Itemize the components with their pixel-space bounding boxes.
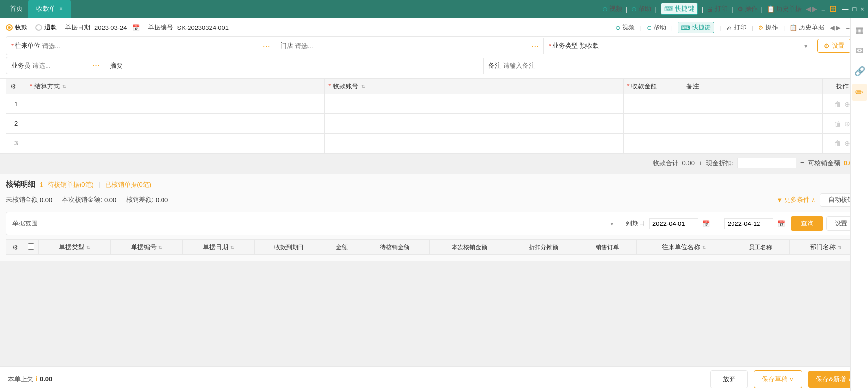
receipt-type-group: 收款 退款 [6,23,57,32]
row-3-amount[interactable] [623,134,682,153]
more-conditions-btn[interactable]: ▼ 更多条件 ∧ [776,196,816,204]
row-2-copy-btn[interactable]: ⊕ [844,120,850,128]
discount-amount-th: 折扣分摊额 [509,240,578,255]
header-video-btn[interactable]: ⊙ 视频 [615,23,635,32]
query-button[interactable]: 查询 [791,216,823,231]
row-1-delete-btn[interactable]: 🗑 [834,100,841,108]
list-view-icon[interactable]: ≡ [821,5,825,13]
sidebar-mail-icon[interactable]: ✉ [853,42,866,59]
row-3-remark[interactable] [682,134,822,153]
table-gear-icon[interactable]: ⚙ [10,83,16,90]
toolbar-right: ⊙ 视频 | ⊙ 帮助 | ⌨ 快捷键 | 🖨 打印 | ⚙ 操作 | 📋 历史… [602,3,837,15]
help-button[interactable]: ⊙ 帮助 [631,4,651,13]
counterparty-input[interactable] [42,42,263,50]
row-3-delete-btn[interactable]: 🗑 [834,140,841,147]
footer-info-icon[interactable]: ℹ [35,375,38,383]
pending-tab[interactable]: 待核销单据(0笔) [48,180,94,189]
nav-left-arrow[interactable]: ◀ [806,5,811,13]
row-2-num: 2 [6,114,26,134]
video-button[interactable]: ⊙ 视频 [602,4,622,13]
header-shortcut-btn[interactable]: ⌨ 快捷键 [678,22,714,33]
row-3-settlement[interactable] [26,134,325,153]
operation-button[interactable]: ⚙ 操作 [737,4,758,13]
verify-gear-th[interactable]: ⚙ [6,240,24,255]
calendar-icon[interactable]: 📅 [132,24,140,31]
sidebar-table-icon[interactable]: ▦ [852,22,867,38]
current-verify-amount: 本次核销金额: 0.00 [62,196,116,204]
row-1-amount[interactable] [623,94,682,114]
row-1-settlement[interactable] [26,94,325,114]
current-verify-label: 本次核销金额: [62,196,102,204]
row-2-account[interactable] [325,114,623,134]
header-nav-right[interactable]: ▶ [836,24,841,31]
current-verify-th: 本次核销金额 [429,240,509,255]
verify-info-icon[interactable]: ℹ [40,181,43,188]
date-from-cal-icon[interactable]: 📅 [702,220,710,227]
row-2-remark[interactable] [682,114,822,134]
row-3-copy-btn[interactable]: ⊕ [844,140,850,147]
date-to-cal-icon[interactable]: 📅 [777,220,785,227]
header-list-icon[interactable]: ≡ [846,24,850,31]
store-more-btn[interactable]: ··· [531,41,539,51]
shortcut-button[interactable]: ⌨ 快捷键 [661,3,698,15]
window-close-button[interactable]: × [860,5,864,13]
header-shortcut-icon: ⌨ [681,24,690,31]
save-draft-arrow: ∨ [789,376,794,383]
business-type-field: * 业务类型 预收款 ▾ [544,38,813,53]
save-draft-button[interactable]: 保存草稿 ∨ [754,370,802,388]
collection-label: 收款 [15,23,27,32]
grid-view-icon[interactable]: ⊞ [829,3,837,14]
number-value: SK-20230324-001 [177,24,229,31]
verify-diff-value: 0.00 [156,196,168,204]
nav-right-arrow[interactable]: ▶ [812,5,817,13]
window-max-button[interactable]: □ [853,5,857,13]
row-2-settlement[interactable] [26,114,325,134]
header-operation-btn[interactable]: ⚙ 操作 [758,23,778,32]
date-to-input[interactable] [724,218,773,229]
table-row: 1 🗑 ⊕ [6,94,862,114]
business-type-arrow[interactable]: ▾ [804,42,808,50]
select-all-checkbox[interactable] [28,243,34,250]
collection-radio[interactable]: 收款 [6,23,27,32]
total-value: 0.00 [682,159,695,167]
row-2-amount[interactable] [623,114,682,134]
summary-input[interactable] [125,62,478,69]
form-row-1: * 往来单位 ··· 门店 ··· * 业务类型 预收款 ▾ ⚙ [6,36,862,55]
receipt-tab[interactable]: 收款单 × [28,0,71,18]
row-1-account[interactable] [325,94,623,114]
doc-range-select[interactable]: ▾ [44,220,614,227]
counterparty-more-btn[interactable]: ··· [263,41,270,51]
abandon-button[interactable]: 放弃 [710,370,748,388]
tab-close-button[interactable]: × [59,5,63,12]
print-button[interactable]: 🖨 打印 [707,4,728,13]
setting-gear-icon: ⚙ [824,42,830,50]
setting-button[interactable]: ⚙ 设置 [817,39,851,53]
home-tab[interactable]: 首页 [4,4,28,13]
discount-input[interactable] [737,158,796,168]
collection-radio-dot [6,24,13,31]
header-help-icon: ⊙ [647,24,652,31]
sidebar-edit-icon[interactable]: ✏ [852,84,867,101]
verify-gear-icon[interactable]: ⚙ [12,244,18,251]
header-nav-left[interactable]: ◀ [829,24,835,31]
salesperson-more-btn[interactable]: ··· [92,60,100,71]
window-min-button[interactable]: — [842,5,849,13]
table-gear-th[interactable]: ⚙ [6,79,26,94]
store-field: 门店 ··· [275,38,544,54]
history-button[interactable]: 📋 历史单据 [767,4,802,13]
header-history-btn[interactable]: 📋 历史单据 [789,23,824,32]
remark-input[interactable] [503,62,857,69]
header-print-btn[interactable]: 🖨 打印 [726,23,747,32]
header-help-btn[interactable]: ⊙ 帮助 [647,23,666,32]
sidebar-link-icon[interactable]: 🔗 [851,63,868,80]
refund-radio[interactable]: 退款 [35,23,57,32]
row-2-delete-btn[interactable]: 🗑 [834,120,841,128]
store-input[interactable] [295,42,532,50]
verified-tab[interactable]: 已核销单据(0笔) [105,180,151,189]
salesperson-input[interactable] [32,62,92,69]
row-1-copy-btn[interactable]: ⊕ [844,100,850,108]
row-3-account[interactable] [325,134,623,153]
date-from-input[interactable] [649,218,698,229]
row-1-remark[interactable] [682,94,822,114]
history-icon: 📋 [767,5,775,13]
